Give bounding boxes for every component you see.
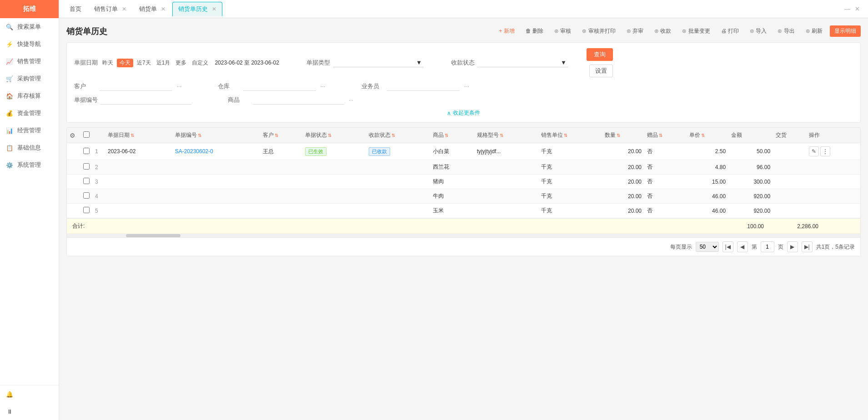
sidebar-item-label: 基础信息 (17, 144, 41, 152)
cell-doc-num[interactable] (172, 189, 260, 204)
th-spec[interactable]: 规格型号⇅ (474, 128, 538, 143)
next-page-btn[interactable]: ▶ (787, 241, 798, 252)
window-close[interactable]: ✕ (855, 5, 860, 12)
cell-doc-num[interactable] (172, 160, 260, 175)
goods-input[interactable] (253, 95, 344, 105)
set-button[interactable]: 设置 (589, 65, 613, 77)
date-btn-7days[interactable]: 近7天 (135, 59, 153, 67)
collect-button[interactable]: ⊙ 收款 (651, 25, 675, 37)
tab-sales-order-close[interactable]: ✕ (122, 6, 126, 12)
export-button[interactable]: ⊙ 导出 (774, 25, 798, 37)
customer-sort-icon: ⇅ (275, 133, 278, 138)
sidebar-item-sys-mgmt[interactable]: ⚙️ 系统管理 (0, 156, 59, 174)
goods-more-icon[interactable]: ··· (349, 97, 353, 103)
page-number-input[interactable] (761, 241, 774, 252)
more-op-btn[interactable]: ⋮ (820, 146, 830, 156)
th-payment-status[interactable]: 收款状态⇅ (366, 128, 430, 143)
sidebar-logo: 拓维 (0, 0, 59, 18)
cell-amount: 920.00 (728, 189, 773, 204)
row-checkbox[interactable] (83, 178, 90, 184)
row-checkbox[interactable] (83, 148, 90, 154)
horizontal-scrollbar[interactable] (67, 234, 860, 237)
th-qty[interactable]: 数量⇅ (602, 128, 644, 143)
date-btn-today[interactable]: 今天 (117, 59, 133, 67)
import-button[interactable]: ⊙ 导入 (746, 25, 770, 37)
sidebar-item-search-menu[interactable]: 🔍 搜索菜单 (0, 18, 59, 35)
th-unit[interactable]: 销售单位⇅ (538, 128, 602, 143)
settings-icon[interactable]: ⚙ (70, 132, 75, 139)
first-page-btn[interactable]: |◀ (722, 241, 733, 252)
doctype-select[interactable]: ▼ (333, 58, 424, 67)
warehouse-input[interactable] (243, 82, 316, 91)
row-checkbox[interactable] (83, 192, 90, 199)
cell-doc-num[interactable]: SA-20230602-0 (172, 143, 260, 160)
cell-settings (67, 160, 80, 175)
date-btn-custom[interactable]: 自定义 (190, 59, 210, 67)
sidebar-item-quick-nav[interactable]: ⚡ 快捷导航 (0, 35, 59, 53)
sidebar-item-ops-mgmt[interactable]: 📊 经营管理 (0, 122, 59, 139)
new-button[interactable]: + 新增 (495, 25, 518, 37)
cell-payment-status: 已收款 (366, 143, 430, 160)
row-checkbox[interactable] (83, 163, 90, 170)
window-minimize[interactable]: — (844, 5, 850, 12)
edit-op-btn[interactable]: ✎ (809, 146, 819, 156)
sidebar-pause[interactable]: ⏸ (0, 403, 59, 420)
sidebar-item-sales-mgmt[interactable]: 📈 销售管理 (0, 53, 59, 70)
per-page-select[interactable]: 50 100 200 (696, 242, 719, 252)
th-doc-status[interactable]: 单据状态⇅ (302, 128, 366, 143)
cell-doc-num[interactable] (172, 204, 260, 218)
tab-sales-goods[interactable]: 销货单 ✕ (133, 2, 171, 16)
staff-more-icon[interactable]: ··· (464, 83, 469, 90)
warehouse-more-icon[interactable]: ··· (321, 83, 325, 90)
staff-input[interactable] (387, 82, 460, 91)
tab-sales-order[interactable]: 销售订单 ✕ (88, 2, 132, 16)
sidebar-item-base-info[interactable]: 📋 基础信息 (0, 139, 59, 156)
docnum-input[interactable] (100, 95, 191, 105)
abandon-button[interactable]: ⊙ 弃审 (623, 25, 647, 37)
refresh-button[interactable]: ⊙ 刷新 (802, 25, 826, 37)
tab-home[interactable]: 首页 (64, 2, 87, 16)
display-detail-button[interactable]: 显示明细 (830, 25, 861, 37)
tab-sales-history[interactable]: 销货单历史 ✕ (172, 2, 222, 16)
th-doc-num[interactable]: 单据编号⇅ (172, 128, 260, 143)
payment-select[interactable]: ▼ (477, 58, 568, 67)
cell-unit: 千克 (538, 204, 602, 218)
sidebar-item-finance-mgmt[interactable]: 💰 资金管理 (0, 105, 59, 122)
sidebar-notification[interactable]: 🔔 (0, 385, 59, 403)
th-customer[interactable]: 客户⇅ (260, 128, 302, 143)
th-gift[interactable]: 赠品⇅ (644, 128, 687, 143)
prev-page-btn[interactable]: ◀ (737, 241, 748, 252)
customer-input[interactable] (100, 82, 172, 91)
audit-button[interactable]: ⊙ 审核 (551, 25, 575, 37)
tab-sales-history-close[interactable]: ✕ (212, 6, 216, 12)
query-button[interactable]: 查询 (587, 48, 613, 61)
scrollbar-thumb[interactable] (126, 234, 181, 237)
delete-button[interactable]: 🗑 删除 (522, 25, 547, 37)
cell-gift: 否 (644, 175, 687, 189)
cell-spec: tyjyjtyjdf... (474, 143, 538, 160)
collapse-button[interactable]: ∧ 收起更条件 (74, 109, 853, 117)
th-price[interactable]: 单价⇅ (687, 128, 729, 143)
customer-more-icon[interactable]: ··· (177, 83, 181, 90)
audit-print-button[interactable]: ⊙ 审核并打印 (578, 25, 619, 37)
row-checkbox[interactable] (83, 207, 90, 213)
date-btn-more[interactable]: 更多 (174, 59, 188, 67)
th-doc-date[interactable]: 单据日期⇅ (105, 128, 172, 143)
th-goods[interactable]: 商品⇅ (430, 128, 474, 143)
cell-doc-date (105, 160, 172, 175)
batch-change-button[interactable]: ⊙ 批量变更 (678, 25, 713, 37)
doc-num-link[interactable]: SA-20230602-0 (175, 148, 213, 155)
cell-doc-num[interactable] (172, 175, 260, 189)
last-page-btn[interactable]: ▶| (802, 241, 813, 252)
goods-label: 商品 (228, 96, 251, 104)
date-btn-1month[interactable]: 近1月 (155, 59, 172, 67)
print-button[interactable]: 🖨 打印 (717, 25, 743, 37)
payment-sort-icon: ⇅ (391, 133, 395, 138)
sidebar-item-inventory[interactable]: 🏠 库存核算 (0, 87, 59, 105)
sidebar-item-purchase-mgmt[interactable]: 🛒 采购管理 (0, 70, 59, 87)
th-settings[interactable]: ⚙ (67, 128, 80, 143)
toolbar: + 新增 🗑 删除 ⊙ 审核 ⊙ 审核并打印 ⊙ 弃审 ⊙ 收款 ⊙ 批量变更 … (495, 25, 861, 37)
date-btn-yesterday[interactable]: 昨天 (100, 59, 115, 67)
tab-sales-goods-close[interactable]: ✕ (161, 6, 166, 12)
select-all-checkbox[interactable] (83, 131, 90, 138)
